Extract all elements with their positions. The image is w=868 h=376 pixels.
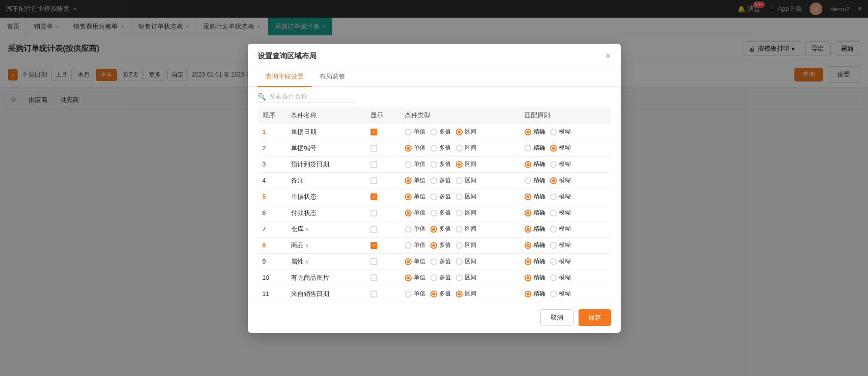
show-checkbox[interactable] — [370, 291, 377, 297]
type-radio-label-range: 区间 — [465, 160, 476, 168]
match-radio-label-exact: 精确 — [533, 176, 545, 185]
type-radio-range[interactable]: 区间 — [456, 273, 476, 282]
save-button[interactable]: 保存 — [579, 309, 611, 326]
match-radio-exact[interactable]: 精确 — [525, 257, 545, 266]
type-radio-multi[interactable]: 多值 — [430, 209, 451, 217]
match-radio-label-fuzzy: 模糊 — [559, 176, 571, 185]
match-radio-exact[interactable]: 精确 — [525, 128, 545, 136]
dialog-close-button[interactable]: × — [605, 52, 611, 60]
type-radio-range[interactable]: 区间 — [456, 128, 476, 136]
search-input[interactable] — [269, 93, 347, 100]
type-radio-single[interactable]: 单值 — [405, 209, 425, 217]
cell-show[interactable] — [366, 172, 400, 188]
match-radio-fuzzy[interactable]: 模糊 — [550, 273, 571, 282]
type-radio-multi[interactable]: 多值 — [430, 176, 451, 185]
type-radio-multi[interactable]: 多值 — [430, 128, 451, 136]
match-radio-fuzzy[interactable]: 模糊 — [550, 128, 571, 136]
type-radio-single[interactable]: 单值 — [405, 225, 425, 233]
type-radio-range[interactable]: 区间 — [456, 225, 476, 233]
type-radio-multi[interactable]: 多值 — [430, 192, 451, 201]
show-checkbox[interactable] — [370, 161, 377, 168]
match-radio-exact[interactable]: 精确 — [525, 209, 545, 217]
match-radio-label-fuzzy: 模糊 — [559, 209, 571, 217]
match-radio-fuzzy[interactable]: 模糊 — [550, 257, 571, 266]
show-checkbox[interactable] — [370, 177, 377, 184]
type-radio-range[interactable]: 区间 — [456, 290, 476, 298]
type-radio-single[interactable]: 单值 — [405, 160, 425, 168]
table-header: 顺序 条件名称 显示 条件类型 匹配原则 — [258, 107, 611, 124]
match-radio-label-fuzzy: 模糊 — [559, 144, 571, 152]
type-radio-range[interactable]: 区间 — [456, 257, 476, 266]
match-radio-fuzzy[interactable]: 模糊 — [550, 241, 571, 249]
show-checkbox[interactable] — [370, 242, 377, 249]
show-checkbox[interactable] — [370, 210, 377, 216]
type-radio-single[interactable]: 单值 — [405, 290, 425, 298]
type-radio-label-multi: 多值 — [439, 290, 451, 298]
match-radio-label-exact: 精确 — [533, 290, 545, 298]
cell-type: 单值多值区间 — [400, 286, 520, 302]
type-radio-group: 单值多值区间 — [405, 257, 515, 266]
match-radio-exact[interactable]: 精确 — [525, 176, 545, 185]
show-checkbox[interactable] — [370, 258, 377, 265]
type-radio-multi[interactable]: 多值 — [430, 144, 451, 152]
cell-show[interactable] — [366, 140, 400, 156]
cell-show[interactable] — [366, 188, 400, 205]
match-radio-fuzzy[interactable]: 模糊 — [550, 192, 571, 201]
type-radio-single[interactable]: 单值 — [405, 128, 425, 136]
match-radio-exact[interactable]: 精确 — [525, 225, 545, 233]
type-radio-single[interactable]: 单值 — [405, 273, 425, 282]
match-radio-exact[interactable]: 精确 — [525, 290, 545, 298]
type-radio-single[interactable]: 单值 — [405, 192, 425, 201]
cancel-button[interactable]: 取消 — [540, 309, 574, 326]
type-radio-single[interactable]: 单值 — [405, 241, 425, 249]
type-radio-single[interactable]: 单值 — [405, 257, 425, 266]
type-radio-range[interactable]: 区间 — [456, 241, 476, 249]
show-checkbox[interactable] — [370, 226, 377, 233]
show-checkbox[interactable] — [370, 274, 377, 281]
match-radio-exact[interactable]: 精确 — [525, 273, 545, 282]
cell-show[interactable] — [366, 124, 400, 140]
match-radio-label-exact: 精确 — [533, 209, 545, 217]
show-checkbox[interactable] — [370, 145, 377, 152]
type-radio-range[interactable]: 区间 — [456, 176, 476, 185]
type-radio-range[interactable]: 区间 — [456, 144, 476, 152]
show-checkbox[interactable] — [370, 193, 377, 200]
type-radio-single[interactable]: 单值 — [405, 144, 425, 152]
show-checkbox[interactable] — [370, 129, 377, 135]
type-radio-multi[interactable]: 多值 — [430, 160, 451, 168]
type-radio-range[interactable]: 区间 — [456, 192, 476, 201]
match-radio-exact[interactable]: 精确 — [525, 192, 545, 201]
cell-show[interactable] — [366, 221, 400, 237]
type-radio-multi[interactable]: 多值 — [430, 225, 451, 233]
match-radio-fuzzy[interactable]: 模糊 — [550, 176, 571, 185]
match-radio-label-exact: 精确 — [533, 160, 545, 168]
cell-name: 付款状态 — [286, 205, 366, 221]
match-radio-exact[interactable]: 精确 — [525, 144, 545, 152]
match-radio-circle-fuzzy — [550, 161, 557, 168]
cell-show[interactable] — [366, 156, 400, 172]
type-radio-multi[interactable]: 多值 — [430, 241, 451, 249]
dialog-tab-fields[interactable]: 查询字段设置 — [258, 67, 312, 87]
type-radio-multi[interactable]: 多值 — [430, 257, 451, 266]
match-radio-fuzzy[interactable]: 模糊 — [550, 144, 571, 152]
type-radio-multi[interactable]: 多值 — [430, 273, 451, 282]
cell-show[interactable] — [366, 269, 400, 286]
type-radio-range[interactable]: 区间 — [456, 160, 476, 168]
cell-show[interactable] — [366, 253, 400, 269]
match-radio-fuzzy[interactable]: 模糊 — [550, 225, 571, 233]
match-radio-group: 精确模糊 — [525, 160, 606, 168]
match-radio-fuzzy[interactable]: 模糊 — [550, 290, 571, 298]
match-radio-exact[interactable]: 精确 — [525, 160, 545, 168]
type-radio-single[interactable]: 单值 — [405, 176, 425, 185]
type-radio-range[interactable]: 区间 — [456, 209, 476, 217]
match-radio-fuzzy[interactable]: 模糊 — [550, 209, 571, 217]
cell-show[interactable] — [366, 286, 400, 302]
cell-show[interactable] — [366, 205, 400, 221]
match-radio-fuzzy[interactable]: 模糊 — [550, 160, 571, 168]
match-radio-exact[interactable]: 精确 — [525, 241, 545, 249]
dialog-tab-layout[interactable]: 布局调整 — [312, 67, 353, 87]
cell-show[interactable] — [366, 237, 400, 253]
cell-type: 单值多值区间 — [400, 156, 520, 172]
match-radio-label-fuzzy: 模糊 — [559, 290, 571, 298]
type-radio-multi[interactable]: 多值 — [430, 290, 451, 298]
